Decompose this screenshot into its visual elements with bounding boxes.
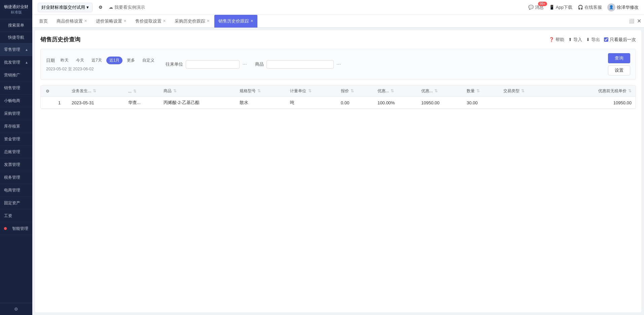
th-product[interactable]: 商品 ⇅ — [159, 85, 236, 97]
demo-link[interactable]: ☁ 我要看实例演示 — [109, 4, 145, 10]
th-qty[interactable]: 数量 ⇅ — [463, 85, 499, 97]
from-unit-input[interactable] — [186, 60, 240, 69]
date-btn-more[interactable]: 更多 — [124, 57, 138, 64]
query-button[interactable]: 查询 — [608, 53, 630, 63]
product-dots[interactable]: ··· — [336, 61, 341, 67]
settings-icon-btn[interactable]: ⚙ — [95, 3, 106, 11]
close-icon[interactable]: ✕ — [207, 19, 210, 23]
from-unit-label: 往来单位 — [166, 61, 183, 67]
only-last-input[interactable] — [604, 37, 608, 42]
product-input[interactable] — [266, 60, 334, 69]
th-biz-date[interactable]: 业务发生... ⇅ — [68, 85, 124, 97]
headset-icon: 🎧 — [578, 5, 583, 10]
sidebar-item-wholesale[interactable]: 批发管理 ▲ — [0, 56, 32, 69]
th-trade-type[interactable]: 交易类型 ⇅ — [499, 85, 550, 97]
export-label: 导出 — [591, 37, 600, 43]
tab-purchase-strategy[interactable]: 进价策略设置 ✕ — [92, 15, 131, 28]
sidebar-logo: 畅捷通好业财 标准版 — [0, 0, 32, 19]
th-spec[interactable]: 规格型号 ⇅ — [236, 85, 286, 97]
message-button[interactable]: 💬 消息 99+ — [528, 4, 544, 10]
sidebar-quick-nav[interactable]: 快捷导航 — [0, 32, 32, 43]
sidebar-item-general-ledger[interactable]: 总账管理 — [0, 146, 32, 159]
th-more[interactable]: ... ⇅ — [124, 85, 159, 97]
settings-button[interactable]: 设置 — [608, 65, 630, 75]
th-pre-tax-price[interactable]: 优惠前无税单价 ⇅ — [564, 85, 636, 97]
maximize-icon[interactable]: ⬜ — [629, 19, 634, 24]
sidebar-item-finance[interactable]: 资金管理 — [0, 133, 32, 146]
import-button[interactable]: ⬆ 导入 — [568, 37, 582, 43]
date-shortcuts: 昨天 今天 近7天 近1月 更多 自定义 — [58, 57, 157, 64]
sort-icon: ⇅ — [93, 89, 96, 93]
page-content: 销售历史价查询 ❓ 帮助 ⬆ 导入 ⬇ 导出 只看最后一次 — [35, 30, 641, 312]
date-btn-custom[interactable]: 自定义 — [139, 57, 157, 64]
date-btn-7days[interactable]: 近7天 — [88, 57, 105, 64]
sidebar-item-retail[interactable]: 零售管理 ▲ — [0, 43, 32, 56]
th-unit-label: 计量单位 — [290, 89, 306, 93]
sidebar-item-invoice[interactable]: 发票管理 — [0, 159, 32, 171]
date-btn-today[interactable]: 今天 — [73, 57, 87, 64]
th-gear[interactable]: ⚙ — [41, 85, 54, 97]
td-biz-date: 2023-05-31 — [68, 97, 124, 109]
td-trade-type — [499, 97, 550, 109]
user-menu-button[interactable]: 👤 徐泽华修改 — [607, 3, 639, 11]
close-window-icon[interactable]: ✕ — [637, 18, 641, 24]
sidebar-item-tax[interactable]: 税务管理 — [0, 171, 32, 184]
th-unit[interactable]: 计量单位 ⇅ — [286, 85, 337, 97]
sidebar-item-inventory[interactable]: 库存核算 — [0, 120, 32, 133]
tab-purchase-history[interactable]: 采购历史价跟踪 ✕ — [171, 15, 214, 28]
tab-product-price[interactable]: 商品价格设置 ✕ — [52, 15, 91, 28]
import-icon: ⬆ — [568, 37, 572, 42]
close-icon[interactable]: ✕ — [123, 19, 127, 23]
sidebar-item-label: 智能管理 — [12, 226, 28, 232]
sidebar-item-label: 批发管理 — [4, 60, 20, 65]
company-selector[interactable]: 好业财标准版交付试用 ▾ — [38, 3, 93, 12]
td-price: 0.00 — [337, 97, 373, 109]
sidebar-item-payroll[interactable]: 工资 — [0, 210, 32, 222]
td-pre-tax-price: 10950.00 — [564, 97, 636, 109]
help-button[interactable]: ❓ 帮助 — [549, 37, 564, 43]
gear-icon[interactable]: ⚙ — [46, 89, 49, 94]
app-logo-title: 畅捷通好业财 — [4, 4, 28, 10]
app-download-button[interactable]: 📱 App下载 — [549, 4, 572, 10]
sidebar-item-label: 总账管理 — [4, 149, 20, 155]
chevron-down-icon: ▾ — [86, 5, 89, 10]
th-discount2[interactable]: 优惠... ⇅ — [417, 85, 463, 97]
tab-price-extract[interactable]: 售价提取设置 ✕ — [131, 15, 170, 28]
sidebar-item-label: 发票管理 — [4, 162, 20, 168]
th-discount1[interactable]: 优惠... ⇅ — [373, 85, 417, 97]
from-unit-dots[interactable]: ··· — [242, 61, 247, 67]
sidebar-settings-button[interactable]: ⚙ — [0, 303, 32, 315]
th-price[interactable]: 报价 ⇅ — [337, 85, 373, 97]
sidebar-item-fixed-assets[interactable]: 固定资产 — [0, 197, 32, 210]
tab-home[interactable]: 首页 — [35, 15, 52, 28]
td-qty: 30.00 — [463, 97, 499, 109]
gear-icon: ⚙ — [99, 5, 103, 10]
sidebar-search[interactable]: 搜索菜单 — [0, 19, 32, 32]
sidebar-item-purchase[interactable]: 采购管理 — [0, 107, 32, 120]
product-filter-row: 商品 ··· — [255, 60, 341, 69]
th-qty-label: 数量 — [467, 89, 475, 93]
sidebar-item-label: 小畅电商 — [4, 98, 20, 104]
sidebar-item-label: 库存核算 — [4, 124, 20, 129]
sort-icon: ⇅ — [628, 89, 632, 93]
th-discount1-label: 优惠... — [378, 89, 389, 93]
close-icon[interactable]: ✕ — [250, 19, 253, 23]
only-last-checkbox[interactable]: 只看最后一次 — [604, 37, 636, 43]
sidebar-item-ecommerce[interactable]: 电商管理 — [0, 184, 32, 197]
th-product-label: 商品 — [164, 89, 172, 93]
table-row[interactable]: 1 2023-05-31 华查... 丙烯酸-2-乙基己酯 散水 吨 0.00 … — [41, 97, 636, 109]
filter-area: 日期 昨天 今天 近7天 近1月 更多 自定义 2023-05-02 至 202… — [40, 49, 636, 80]
date-btn-1month[interactable]: 近1月 — [106, 57, 123, 64]
close-icon[interactable]: ✕ — [84, 19, 87, 23]
sidebar-item-sales[interactable]: 销售管理 — [0, 82, 32, 95]
message-icon: 💬 — [528, 5, 534, 10]
sidebar-item-marketing[interactable]: 营销推广 — [0, 69, 32, 82]
sidebar-item-smart[interactable]: 智能管理 — [0, 222, 32, 235]
sidebar-item-ecommerce-small[interactable]: 小畅电商 — [0, 95, 32, 107]
online-service-button[interactable]: 🎧 在线客服 — [578, 4, 602, 10]
close-icon[interactable]: ✕ — [163, 19, 166, 23]
date-btn-yesterday[interactable]: 昨天 — [58, 57, 72, 64]
cloud-icon: ☁ — [109, 5, 113, 10]
export-button[interactable]: ⬇ 导出 — [586, 37, 600, 43]
tab-sales-history[interactable]: 销售历史价跟踪 ✕ — [214, 15, 257, 28]
